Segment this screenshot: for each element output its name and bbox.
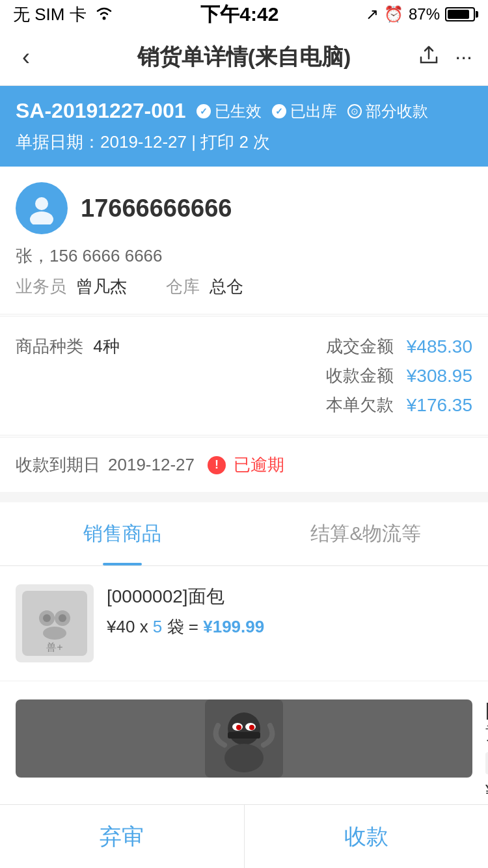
due-value: ¥176.35 <box>407 395 472 416</box>
product-total-1: ¥199.99 <box>203 617 264 636</box>
more-icon[interactable]: ··· <box>455 45 472 69</box>
product-batch-2: 534532 <box>485 752 488 774</box>
received-row: 收款金额 ¥308.95 <box>326 364 472 387</box>
status-bar-time: 下午4:42 <box>200 1 278 28</box>
stats-section: 商品种类 4种 成交金额 ¥485.30 收款金额 ¥308.95 本单欠款 ¥… <box>0 317 488 435</box>
share-icon[interactable] <box>418 44 439 70</box>
sales-label: 业务员 <box>16 277 66 296</box>
svg-text:兽+: 兽+ <box>46 642 62 653</box>
location-icon: ↗ <box>366 5 379 23</box>
financial-stats: 成交金额 ¥485.30 收款金额 ¥308.95 本单欠款 ¥176.35 <box>326 335 472 416</box>
check-icon-1: ✓ <box>197 104 211 118</box>
order-meta: 单据日期：2019-12-27 | 打印 2 次 <box>16 131 472 154</box>
svg-point-11 <box>228 712 260 745</box>
order-print-count: | 打印 2 次 <box>191 132 270 152</box>
bottom-bar: 弃审 收款 <box>0 804 488 868</box>
clock-icon: ⊙ <box>347 104 362 118</box>
product-name-1: [0000002]面包 <box>107 584 472 609</box>
status-bar-right: ↗ ⏰ 87% <box>366 5 475 23</box>
warehouse-field: 仓库 总仓 <box>166 275 243 298</box>
nav-right-actions: ··· <box>418 44 472 70</box>
order-date: 单据日期：2019-12-27 <box>16 132 187 152</box>
status-shipped-label: 已出库 <box>290 101 337 122</box>
svg-point-16 <box>249 725 254 730</box>
amount-row: 成交金额 ¥485.30 <box>326 335 472 358</box>
back-button[interactable]: ‹ <box>16 37 36 77</box>
warehouse-value: 总仓 <box>210 277 243 296</box>
overdue-icon: ! <box>208 456 226 474</box>
customer-account: 17666666666 <box>81 195 232 223</box>
nav-bar: ‹ 销货单详情(来自电脑) ··· <box>0 29 488 86</box>
tab-sales-goods-label: 销售商品 <box>83 522 161 544</box>
sales-value: 曾凡杰 <box>76 277 127 296</box>
amount-label: 成交金额 <box>326 335 394 358</box>
overdue-label: 已逾期 <box>234 454 284 476</box>
svg-point-7 <box>59 614 66 622</box>
sales-field: 业务员 曾凡杰 <box>16 275 127 298</box>
amount-value: ¥485.30 <box>407 336 472 357</box>
tabs-row: 销售商品 结算&物流等 <box>0 502 488 566</box>
status-active-label: 已生效 <box>215 101 262 122</box>
warehouse-label: 仓库 <box>166 277 200 296</box>
svg-point-6 <box>43 614 51 622</box>
product-type-label: 商品种类 <box>16 336 83 356</box>
svg-point-15 <box>236 725 241 730</box>
product-info-1: [0000002]面包 ¥40 x 5 袋 = ¥199.99 <box>107 584 472 638</box>
avatar <box>16 182 68 234</box>
product-type-value: 4种 <box>93 336 119 356</box>
received-value: ¥308.95 <box>407 366 472 387</box>
status-badge-shipped: ✓ 已出库 <box>272 101 337 122</box>
tab-settlement-label: 结算&物流等 <box>310 522 421 544</box>
product-qty-1: 5 <box>153 617 162 636</box>
due-date-section: 收款到期日 2019-12-27 ! 已逾期 <box>0 438 488 492</box>
status-badge-active: ✓ 已生效 <box>197 101 262 122</box>
table-row: 兽+ [0000002]面包 ¥40 x 5 袋 = ¥199.99 <box>0 566 488 681</box>
due-label: 本单欠款 <box>326 394 394 416</box>
status-partial-label: 部分收款 <box>366 101 428 122</box>
product-list: 兽+ [0000002]面包 ¥40 x 5 袋 = ¥199.99 <box>0 566 488 843</box>
order-header: SA-20191227-001 ✓ 已生效 ✓ 已出库 ⊙ 部分收款 单据日期：… <box>0 86 488 167</box>
product-thumbnail-2 <box>16 699 472 778</box>
svg-point-0 <box>102 16 105 20</box>
confirm-button[interactable]: 收款 <box>245 805 489 868</box>
customer-contact: 张，156 6666 6666 <box>16 245 472 267</box>
tab-settlement[interactable]: 结算&物流等 <box>244 502 488 565</box>
tabs-section: 销售商品 结算&物流等 <box>0 502 488 566</box>
battery-icon <box>445 7 475 21</box>
customer-section: 17666666666 张，156 6666 6666 业务员 曾凡杰 仓库 总… <box>0 167 488 314</box>
page-title: 销货单详情(来自电脑) <box>137 42 351 72</box>
received-label: 收款金额 <box>326 364 394 387</box>
svg-point-1 <box>35 197 48 210</box>
product-unit-1: 袋 <box>167 617 184 636</box>
product-unit-price-1: ¥40 <box>107 617 135 636</box>
status-bar: 无 SIM 卡 下午4:42 ↗ ⏰ 87% <box>0 0 488 29</box>
product-thumbnail-1: 兽+ <box>16 584 94 662</box>
product-unit-price-2: ¥23 <box>485 781 488 800</box>
due-date-label: 收款到期日 <box>16 454 100 476</box>
svg-rect-17 <box>228 732 260 739</box>
product-price-1: ¥40 x 5 袋 = ¥199.99 <box>107 616 472 638</box>
wifi-icon <box>94 5 114 25</box>
order-header-row1: SA-20191227-001 ✓ 已生效 ✓ 已出库 ⊙ 部分收款 <box>16 99 472 123</box>
due-row: 本单欠款 ¥176.35 <box>326 394 472 416</box>
svg-point-8 <box>43 627 66 640</box>
check-icon-2: ✓ <box>272 104 286 118</box>
product-name-2: [00040001]黄油曲奇 <box>485 699 488 745</box>
carrier-label: 无 SIM 卡 <box>13 3 87 26</box>
order-id: SA-20191227-001 <box>16 99 186 123</box>
svg-point-12 <box>224 744 264 772</box>
cancel-button[interactable]: 弃审 <box>0 805 245 868</box>
due-date-value: 2019-12-27 <box>108 455 195 475</box>
status-badge-partial: ⊙ 部分收款 <box>347 101 428 122</box>
battery-label: 87% <box>409 5 440 23</box>
alarm-icon: ⏰ <box>384 5 403 23</box>
customer-fields: 业务员 曾凡杰 仓库 总仓 <box>16 275 472 298</box>
customer-row: 17666666666 <box>16 182 472 234</box>
svg-point-2 <box>30 211 53 224</box>
tab-sales-goods[interactable]: 销售商品 <box>0 502 244 565</box>
status-bar-left: 无 SIM 卡 <box>13 3 114 26</box>
product-type-stat: 商品种类 4种 <box>16 335 120 358</box>
